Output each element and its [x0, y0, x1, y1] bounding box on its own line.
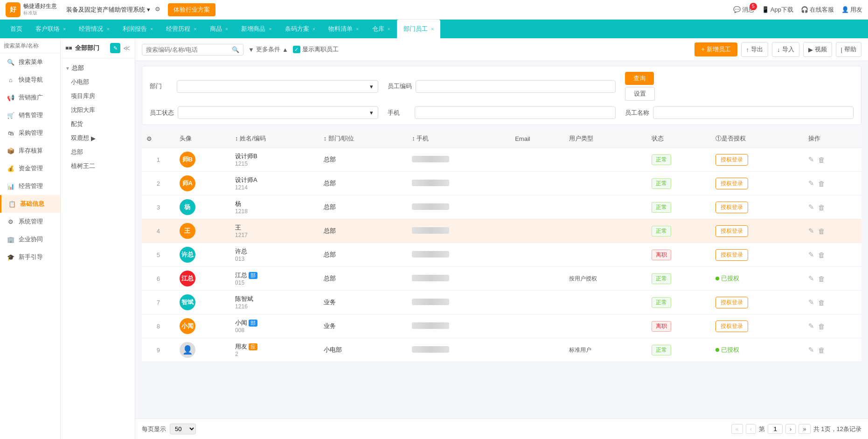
nav-tab[interactable]: 商品×	[203, 20, 235, 38]
import-btn[interactable]: ↓ 导入	[772, 42, 799, 57]
sidebar-item-库存核算[interactable]: 📦库存核算	[0, 142, 60, 160]
filter-dept-select[interactable]: ▾	[177, 80, 378, 93]
col-phone[interactable]: ↕ 手机	[407, 130, 510, 148]
sidebar-item-经营管理[interactable]: 📊经营管理	[0, 177, 60, 195]
system-name[interactable]: 装备及固定资产辅助管理系统 ▾	[66, 6, 150, 14]
close-tab-icon[interactable]: ×	[269, 26, 271, 32]
close-tab-icon[interactable]: ×	[431, 26, 434, 32]
online-service-action[interactable]: 🎧 在线客服	[801, 6, 834, 14]
search-input[interactable]	[146, 46, 230, 53]
close-tab-icon[interactable]: ×	[312, 26, 315, 32]
auth-btn[interactable]: 授权登录	[715, 178, 748, 189]
user-action[interactable]: 👤 用友	[841, 6, 862, 14]
dept-node[interactable]: 植树王二	[61, 159, 135, 173]
sidebar-item-销售管理[interactable]: 🛒销售管理	[0, 106, 60, 124]
next-page-btn[interactable]: ›	[785, 424, 796, 434]
delete-btn[interactable]: 🗑	[818, 227, 825, 235]
sidebar-item-搜索菜单[interactable]: 🔍搜索菜单	[0, 53, 60, 71]
sidebar-item-资金管理[interactable]: 💰资金管理	[0, 160, 60, 177]
edit-btn[interactable]: ✎	[808, 155, 814, 164]
sidebar-item-快捷导航[interactable]: ⌂快捷导航	[0, 71, 60, 89]
delete-btn[interactable]: 🗑	[818, 346, 825, 354]
nav-tab[interactable]: 经营历程×	[160, 20, 203, 38]
dept-edit-icon[interactable]: ✎	[110, 43, 120, 53]
edit-btn[interactable]: ✎	[808, 298, 814, 307]
nav-tab[interactable]: 部门员工×	[397, 20, 440, 38]
auth-btn[interactable]: 授权登录	[715, 249, 748, 261]
sidebar-search-input[interactable]	[4, 42, 61, 49]
dept-node[interactable]: 双鹿想 ▶	[61, 131, 135, 145]
view-btn[interactable]: ▶ 视频	[803, 42, 832, 57]
dept-node[interactable]: 沈阳大库	[61, 103, 135, 117]
auth-btn[interactable]: 授权登录	[715, 321, 748, 332]
export-btn[interactable]: ↑ 导出	[741, 42, 769, 57]
col-settings[interactable]: ⚙	[142, 130, 175, 148]
delete-btn[interactable]: 🗑	[818, 275, 825, 283]
sidebar-item-系统管理[interactable]: ⚙系统管理	[0, 213, 60, 230]
close-tab-icon[interactable]: ×	[63, 26, 66, 32]
show-resigned-toggle[interactable]: ✓ 显示离职员工	[293, 45, 339, 54]
edit-btn[interactable]: ✎	[808, 274, 814, 283]
nav-tab[interactable]: 新增商品×	[235, 20, 278, 38]
message-action[interactable]: 💬 消息 5	[733, 6, 754, 14]
close-tab-icon[interactable]: ×	[388, 26, 390, 32]
close-tab-icon[interactable]: ×	[225, 26, 228, 32]
dept-node[interactable]: 项目库房	[61, 89, 135, 103]
last-page-btn[interactable]: »	[799, 424, 810, 434]
delete-btn[interactable]: 🗑	[818, 180, 825, 188]
first-page-btn[interactable]: «	[731, 424, 743, 434]
dept-node[interactable]: 配货	[61, 117, 135, 131]
edit-btn[interactable]: ✎	[808, 346, 814, 354]
delete-btn[interactable]: 🗑	[818, 203, 825, 211]
filter-status-select[interactable]: ▾	[178, 106, 378, 119]
sidebar-item-基础信息[interactable]: 📋基础信息	[0, 195, 60, 213]
search-input-wrap[interactable]: 🔍	[142, 44, 243, 56]
edit-btn[interactable]: ✎	[808, 227, 814, 235]
close-tab-icon[interactable]: ×	[356, 26, 359, 32]
app-download-action[interactable]: 📱 App下载	[762, 6, 793, 14]
search-btn[interactable]: 查询	[625, 72, 654, 85]
gear-icon[interactable]: ⚙	[155, 6, 163, 14]
prev-page-btn[interactable]: ‹	[746, 424, 756, 434]
sidebar-item-采购管理[interactable]: 🛍采购管理	[0, 124, 60, 142]
edit-btn[interactable]: ✎	[808, 251, 814, 259]
dept-node[interactable]: 小电部	[61, 75, 135, 89]
close-tab-icon[interactable]: ×	[106, 26, 109, 32]
dept-node[interactable]: 总部	[61, 145, 135, 159]
col-name-code[interactable]: ↕ 姓名/编码	[230, 130, 319, 148]
nav-tab[interactable]: 仓库×	[366, 20, 397, 38]
close-tab-icon[interactable]: ×	[194, 26, 196, 32]
delete-btn[interactable]: 🗑	[818, 299, 825, 307]
filter-name-input[interactable]	[653, 106, 854, 119]
edit-btn[interactable]: ✎	[808, 179, 814, 188]
delete-btn[interactable]: 🗑	[818, 156, 825, 164]
edit-btn[interactable]: ✎	[808, 203, 814, 211]
dept-collapse-icon[interactable]: ≪	[123, 44, 130, 52]
nav-tab[interactable]: 利润报告×	[116, 20, 160, 38]
nav-tab[interactable]: 条码方案×	[278, 20, 322, 38]
auth-btn[interactable]: 授权登录	[715, 202, 748, 213]
nav-tab[interactable]: 首页	[4, 20, 29, 38]
page-size-select[interactable]: 50 20 100	[170, 424, 196, 434]
sidebar-item-企业协同[interactable]: 🏢企业协同	[0, 230, 60, 248]
nav-tab[interactable]: 物料清单×	[322, 20, 365, 38]
page-num-input[interactable]	[768, 424, 783, 434]
sidebar-item-营销推广[interactable]: 📢营销推广	[0, 89, 60, 106]
more-conditions-btn[interactable]: ▼ 更多条件 ▲	[248, 45, 288, 54]
filter-phone-input[interactable]	[415, 106, 616, 119]
sidebar-item-新手引导[interactable]: 🎓新手引导	[0, 248, 60, 266]
filter-code-input[interactable]	[416, 80, 616, 93]
help-btn[interactable]: | 帮助	[836, 42, 861, 57]
edit-btn[interactable]: ✎	[808, 322, 814, 330]
auth-btn[interactable]: 授权登录	[715, 225, 748, 237]
add-employee-btn[interactable]: + 新增员工	[694, 42, 737, 56]
auth-btn[interactable]: 授权登录	[715, 154, 748, 166]
nav-tab[interactable]: 经营情况×	[72, 20, 116, 38]
sidebar-search[interactable]: 🔍	[0, 38, 60, 53]
close-tab-icon[interactable]: ×	[150, 26, 153, 32]
dept-node[interactable]: ▼ 总部	[61, 61, 135, 75]
delete-btn[interactable]: 🗑	[818, 251, 825, 259]
nav-tab[interactable]: 客户联络×	[29, 20, 72, 38]
trial-btn[interactable]: 体验行业方案	[168, 3, 215, 16]
set-btn[interactable]: 设置	[625, 87, 655, 101]
